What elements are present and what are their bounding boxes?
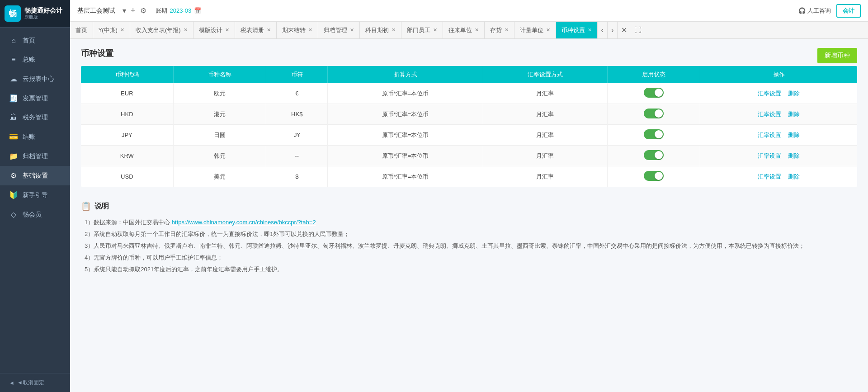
status-toggle[interactable]	[644, 109, 664, 118]
cell-symbol: J¥	[266, 125, 328, 146]
note-item-1: 1）数据来源：中国外汇交易中心 https://www.chinamoney.c…	[85, 217, 857, 228]
tab-prev-button[interactable]: ‹	[598, 22, 608, 38]
sidebar-item-guide[interactable]: 🔰 新手引导	[0, 185, 70, 205]
col-header-conversion: 折算方式	[328, 66, 483, 83]
note-item-5: 5）系统只能自动抓取2021年度后的汇率，之前年度汇率需要用户手工维护。	[85, 264, 857, 275]
cell-conversion: 原币*汇率=本位币	[328, 146, 483, 166]
dropdown-icon[interactable]: ▾	[123, 6, 126, 15]
rate-setting-link[interactable]: 汇率设置	[758, 90, 781, 97]
note-item-4: 4）无官方牌价的币种，可以用户手工维护汇率信息；	[85, 252, 857, 264]
close-icon[interactable]: ✕	[184, 27, 188, 33]
delete-link[interactable]: 删除	[788, 111, 800, 118]
cell-name: 欧元	[173, 83, 266, 104]
note-link[interactable]: https://www.chinamoney.com.cn/chinese/bk…	[172, 219, 316, 226]
tab-inventory[interactable]: 存货 ✕	[485, 22, 514, 38]
close-icon[interactable]: ✕	[225, 27, 229, 33]
consult-button[interactable]: 🎧 人工咨询	[798, 7, 831, 15]
cell-status	[607, 125, 700, 146]
sidebar-item-reports[interactable]: ☁ 云报表中心	[0, 69, 70, 89]
table-row: JPY 日圆 J¥ 原币*汇率=本位币 月汇率 汇率设置 删除	[81, 125, 857, 146]
delete-link[interactable]: 删除	[788, 132, 800, 138]
cell-status	[607, 146, 700, 166]
tab-subjects[interactable]: 科目期初 ✕	[360, 22, 401, 38]
content-area: 币种设置 新增币种 币种代码 币种名称 币符 折算方式 汇率设置方式 启用状态 …	[70, 39, 868, 392]
delete-link[interactable]: 删除	[788, 173, 800, 180]
close-icon[interactable]: ✕	[267, 27, 271, 33]
tab-expand-button[interactable]: ⛶	[631, 22, 645, 38]
sidebar-footer[interactable]: ◄ ◄取消固定	[0, 373, 70, 392]
main-area: 基层工会测试 ▾ + ⚙ 账期 2023-03 📅 🎧 人工咨询 会计 首页 ¥…	[70, 0, 868, 392]
tab-archive[interactable]: 归档管理 ✕	[318, 22, 360, 38]
sidebar-item-checkout[interactable]: 💳 结账	[0, 127, 70, 146]
close-icon[interactable]: ✕	[588, 27, 592, 33]
close-icon[interactable]: ✕	[546, 27, 550, 33]
rate-setting-link[interactable]: 汇率设置	[758, 132, 781, 138]
tab-home[interactable]: 首页	[70, 22, 93, 38]
cell-name: 韩元	[173, 146, 266, 166]
period-value: 2023-03	[170, 7, 192, 14]
table-row: USD 美元 $ 原币*汇率=本位币 月汇率 汇率设置 删除	[81, 166, 857, 187]
currency-table: 币种代码 币种名称 币符 折算方式 汇率设置方式 启用状态 操作 EUR 欧元 …	[81, 66, 857, 187]
sidebar-item-ledger[interactable]: ≡ 总账	[0, 50, 70, 69]
close-icon[interactable]: ✕	[120, 27, 124, 33]
table-row: KRW 韩元 -- 原币*汇率=本位币 月汇率 汇率设置 删除	[81, 146, 857, 166]
tab-income[interactable]: 收入支出表(年报) ✕	[130, 22, 193, 38]
close-icon[interactable]: ✕	[433, 27, 437, 33]
tab-contacts[interactable]: 往来单位 ✕	[443, 22, 485, 38]
tab-label: 税表清册	[241, 26, 264, 34]
tab-unit[interactable]: 计量单位 ✕	[514, 22, 556, 38]
status-toggle[interactable]	[644, 150, 664, 160]
cell-status	[607, 104, 700, 125]
archive-icon: 📁	[9, 152, 18, 161]
status-toggle[interactable]	[644, 171, 664, 181]
gear-icon[interactable]: ⚙	[140, 6, 146, 15]
close-icon[interactable]: ✕	[308, 27, 312, 33]
sidebar: 畅 畅捷通好会计 旗舰版 ⌂ 首页 ≡ 总账 ☁ 云报表中心 🧾 发票管理 🏛 …	[0, 0, 70, 392]
cell-symbol: €	[266, 83, 328, 104]
tab-currency[interactable]: 币种设置 ✕	[556, 22, 598, 38]
account-button[interactable]: 会计	[836, 4, 861, 18]
calendar-icon[interactable]: 📅	[194, 7, 201, 14]
close-icon[interactable]: ✕	[505, 27, 509, 33]
cell-actions: 汇率设置 删除	[700, 83, 857, 104]
delete-link[interactable]: 删除	[788, 90, 800, 97]
sidebar-item-invoice[interactable]: 🧾 发票管理	[0, 89, 70, 108]
rate-setting-link[interactable]: 汇率设置	[758, 111, 781, 118]
tab-tax[interactable]: 税表清册 ✕	[235, 22, 277, 38]
close-icon[interactable]: ✕	[475, 27, 479, 33]
new-currency-button[interactable]: 新增币种	[817, 48, 857, 63]
tab-label: 存货	[490, 26, 502, 34]
col-header-symbol: 币符	[266, 66, 328, 83]
sidebar-item-label: 云报表中心	[23, 75, 54, 83]
topbar-period: 账期 2023-03 📅	[156, 7, 202, 15]
guide-icon: 🔰	[9, 191, 18, 199]
delete-link[interactable]: 删除	[788, 152, 800, 159]
tab-period-end[interactable]: 期末结转 ✕	[277, 22, 318, 38]
sidebar-item-archive[interactable]: 📁 归档管理	[0, 146, 70, 166]
note-icon: 📋	[81, 201, 91, 211]
close-icon[interactable]: ✕	[392, 27, 396, 33]
sidebar-item-member[interactable]: ◇ 畅会员	[0, 205, 70, 224]
sidebar-item-settings[interactable]: ⚙ 基础设置	[0, 166, 70, 185]
topbar: 基层工会测试 ▾ + ⚙ 账期 2023-03 📅 🎧 人工咨询 会计	[70, 0, 868, 22]
tab-label: 科目期初	[365, 26, 389, 34]
member-icon: ◇	[9, 210, 18, 219]
sidebar-item-label: 税务管理	[23, 113, 48, 122]
sidebar-item-home[interactable]: ⌂ 首页	[0, 31, 70, 50]
tab-close-all-button[interactable]: ✕	[618, 22, 631, 38]
cell-rate-type: 月汇率	[483, 125, 607, 146]
tab-label: 部门员工	[407, 26, 430, 34]
tab-template[interactable]: 模版设计 ✕	[193, 22, 235, 38]
rate-setting-link[interactable]: 汇率设置	[758, 152, 781, 159]
add-icon[interactable]: +	[131, 6, 136, 15]
note-title: 📋 说明	[81, 201, 857, 211]
tab-balance[interactable]: ¥(中期) ✕	[93, 22, 130, 38]
tab-next-button[interactable]: ›	[608, 22, 618, 38]
rate-setting-link[interactable]: 汇率设置	[758, 173, 781, 180]
status-toggle[interactable]	[644, 129, 664, 139]
tab-dept[interactable]: 部门员工 ✕	[401, 22, 443, 38]
close-icon[interactable]: ✕	[350, 27, 354, 33]
sidebar-item-label: 结账	[23, 133, 35, 141]
sidebar-item-tax[interactable]: 🏛 税务管理	[0, 108, 70, 127]
status-toggle[interactable]	[644, 88, 664, 98]
